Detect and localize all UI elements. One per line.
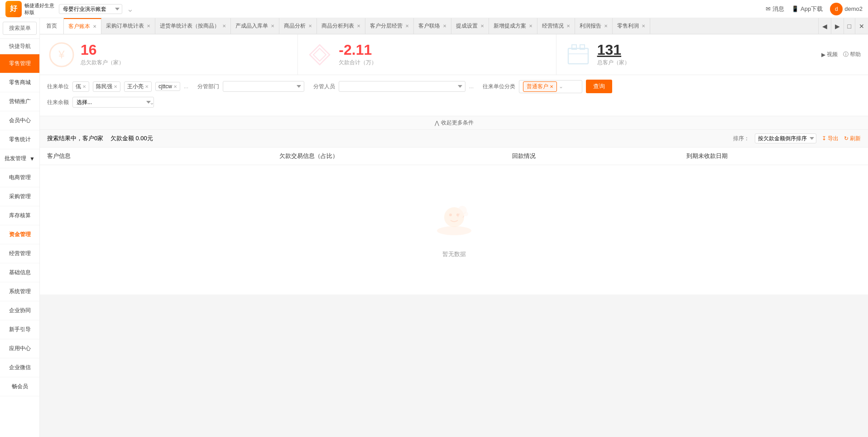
debtors-value: 16 [81, 43, 124, 57]
tab-retail-profit[interactable]: 零售利润 ✕ [613, 18, 650, 34]
tab-bar: 首页 客户账本 ✕ 采购订单统计表 ✕ 进货单统计表（按商品） ✕ 产成品入库单… [40, 18, 868, 34]
app-download-button[interactable]: 📱 App下载 [791, 5, 823, 13]
sidebar-item-marketing[interactable]: 营销推广 [0, 92, 39, 111]
user-avatar-area[interactable]: d demo2 [830, 3, 863, 15]
customers-value: 131 [597, 43, 630, 57]
tab-operations-status[interactable]: 经营情况 ✕ [537, 18, 575, 34]
sidebar-item-finance[interactable]: 资金管理 [0, 225, 39, 244]
tab-purchase-stats-product[interactable]: 进货单统计表（按商品） ✕ [155, 18, 231, 34]
stat-total-customers: 131 总客户（家） [556, 34, 814, 75]
debt-icon [307, 42, 332, 67]
filter-tag-close-2[interactable]: ✕ [145, 84, 149, 89]
tab-close-purchase-order[interactable]: ✕ [147, 24, 150, 28]
tab-close-commission-plan[interactable]: ✕ [529, 24, 532, 28]
person-select[interactable] [339, 81, 465, 92]
sidebar-item-member[interactable]: 畅会员 [0, 377, 39, 396]
tab-scroll-left[interactable]: ◀ [818, 18, 831, 34]
tab-close-analysis-list[interactable]: ✕ [357, 24, 360, 28]
filter-more-tags[interactable]: ... [184, 83, 188, 90]
dept-label: 分管部门 [197, 83, 219, 90]
video-button[interactable]: ▶ 视频 [821, 51, 838, 58]
filter-tag-close-1[interactable]: ✕ [114, 84, 117, 89]
page-content: ¥ 16 总欠款客户（家） -2.11 欠款合计（万） [40, 34, 868, 437]
classify-select-area[interactable]: 普通客户 ✕ ⌄ [519, 80, 582, 93]
classify-dropdown-arrow: ⌄ [559, 83, 563, 90]
help-button[interactable]: ⓘ 帮助 [843, 51, 861, 58]
export-button[interactable]: ↧ 导出 [822, 135, 839, 142]
sidebar-item-retail-stats[interactable]: 零售统计 [0, 130, 39, 149]
tab-nav-buttons: ◀ ▶ □ ✕ [818, 18, 868, 34]
sidebar-item-guide[interactable]: 新手引导 [0, 320, 39, 339]
collapse-button[interactable]: ⋀ 收起更多条件 [435, 119, 474, 127]
sidebar-item-enterprise-wechat[interactable]: 企业微信 [0, 358, 39, 377]
search-result-amount: 欠款金额 0.00元 [110, 135, 153, 142]
account-select[interactable]: 母婴行业演示账套 [59, 4, 122, 14]
query-button[interactable]: 查询 [586, 80, 612, 93]
filter-tag-3[interactable]: cjttcw ✕ [155, 82, 180, 91]
search-menu-button[interactable]: 搜索菜单 [3, 22, 37, 35]
tab-close-profit[interactable]: ✕ [604, 24, 608, 28]
tab-finished-goods[interactable]: 产成品入库单 ✕ [231, 18, 279, 34]
tab-close-operations[interactable]: ✕ [566, 24, 570, 28]
filter-tag-close-0[interactable]: ✕ [82, 84, 86, 89]
refresh-button[interactable]: ↻ 刷新 [844, 135, 861, 142]
sidebar-item-enterprise-collab[interactable]: 企业协同 [0, 301, 39, 320]
sidebar-item-system[interactable]: 系统管理 [0, 282, 39, 301]
filter-tag-close-3[interactable]: ✕ [173, 84, 177, 89]
sidebar-item-purchase[interactable]: 采购管理 [0, 187, 39, 206]
sidebar-item-wholesale[interactable]: 批发管理 ▼ [0, 149, 39, 168]
stat-debtors: ¥ 16 总欠款客户（家） [40, 34, 298, 75]
quick-nav-button[interactable]: 快捷导航 [0, 39, 39, 54]
tab-close-commission[interactable]: ✕ [480, 24, 484, 28]
col-customer-info: 客户信息 [47, 152, 279, 160]
sort-select[interactable]: 按欠款金额倒序排序 [755, 133, 816, 143]
filter-tag-2[interactable]: 王小亮 ✕ [124, 81, 152, 92]
unit-classify-label: 往来单位分类 [483, 83, 515, 90]
col-repayment: 回款情况 [512, 152, 686, 160]
filter-row-1: 往来单位 佤 ✕ 陈民强 ✕ 王小亮 ✕ [47, 80, 861, 93]
unit-label: 往来单位 [47, 83, 69, 90]
tab-close-finished-goods[interactable]: ✕ [271, 24, 274, 28]
sidebar-item-operations[interactable]: 经营管理 [0, 244, 39, 263]
tab-close-purchase-product[interactable]: ✕ [222, 24, 226, 28]
sidebar-item-retail-management[interactable]: 零售管理 [0, 54, 39, 73]
classify-chip-close[interactable]: ✕ [550, 84, 553, 89]
tab-close-product-analysis[interactable]: ✕ [308, 24, 312, 28]
dept-select[interactable] [223, 81, 304, 92]
more-person-btn[interactable]: ... [469, 83, 474, 90]
sidebar-item-inventory[interactable]: 库存核算 [0, 206, 39, 225]
balance-select[interactable]: 选择... [72, 97, 154, 108]
tab-customer-contact[interactable]: 客户联络 ✕ [414, 18, 451, 34]
tab-close-retail-profit[interactable]: ✕ [642, 24, 645, 28]
tab-commission-settings[interactable]: 提成设置 ✕ [451, 18, 489, 34]
page-top-actions: ▶ 视频 ⓘ 帮助 [814, 34, 868, 75]
filter-tag-1[interactable]: 陈民强 ✕ [93, 81, 120, 92]
tab-profit-report[interactable]: 利润报告 ✕ [575, 18, 613, 34]
tab-product-analysis[interactable]: 商品分析 ✕ [279, 18, 317, 34]
sidebar-item-ecommerce[interactable]: 电商管理 [0, 168, 39, 187]
classify-chip[interactable]: 普通客户 ✕ [523, 81, 557, 92]
search-result-text-area: 搜索结果中，客户0家 欠款金额 0.00元 [47, 134, 153, 142]
tab-product-analysis-list[interactable]: 商品分析列表 ✕ [317, 18, 365, 34]
content-area: 首页 客户账本 ✕ 采购订单统计表 ✕ 进货单统计表（按商品） ✕ 产成品入库单… [40, 18, 868, 437]
svg-point-6 [437, 226, 471, 235]
tab-purchase-order-stats[interactable]: 采购订单统计表 ✕ [101, 18, 155, 34]
message-button[interactable]: ✉ 消息 [766, 5, 784, 13]
tab-maximize[interactable]: □ [844, 18, 855, 34]
tab-new-commission-plan[interactable]: 新增提成方案 ✕ [489, 18, 537, 34]
tab-scroll-right[interactable]: ▶ [831, 18, 844, 34]
filter-tag-0[interactable]: 佤 ✕ [72, 81, 89, 92]
tab-close-contact[interactable]: ✕ [443, 24, 446, 28]
tab-close-customer-tier[interactable]: ✕ [405, 24, 409, 28]
sidebar-item-member-center[interactable]: 会员中心 [0, 111, 39, 130]
debt-label: 欠款合计（万） [339, 59, 377, 66]
tab-close-customer-account[interactable]: ✕ [93, 24, 96, 29]
logo-icon: 好 [5, 1, 22, 17]
sidebar-item-app-center[interactable]: 应用中心 [0, 339, 39, 358]
tab-customer-account[interactable]: 客户账本 ✕ [64, 18, 101, 34]
sidebar-item-basic-info[interactable]: 基础信息 [0, 263, 39, 282]
tab-home[interactable]: 首页 [40, 18, 64, 34]
tab-customer-tier[interactable]: 客户分层经营 ✕ [365, 18, 414, 34]
tab-close-all[interactable]: ✕ [855, 18, 868, 34]
sidebar-item-retail-mall[interactable]: 零售商城 [0, 73, 39, 92]
